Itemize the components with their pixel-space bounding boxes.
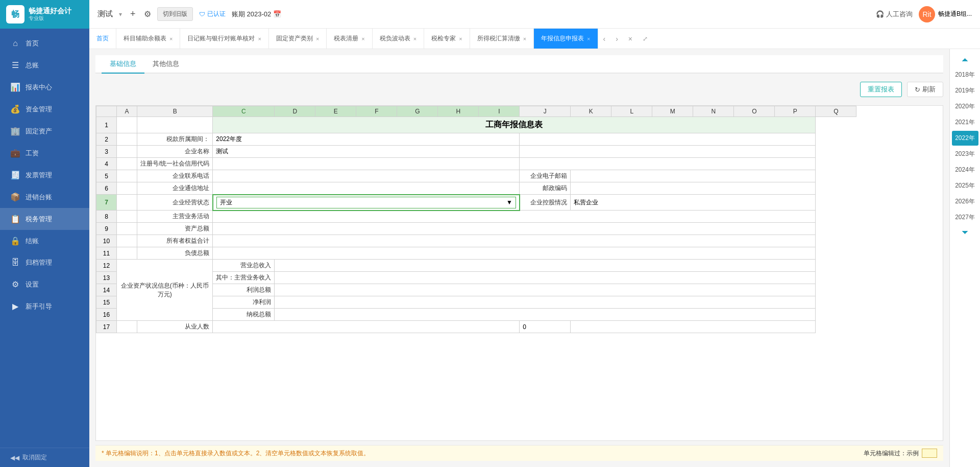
cell-d12-value[interactable] [275,260,816,272]
year-item-2026[interactable]: 2026年 [952,194,978,209]
tab-close-all-btn[interactable]: × [623,35,638,43]
tab-income-close[interactable]: × [523,36,526,42]
year-item-2020[interactable]: 2020年 [952,99,978,114]
cell-j7-label[interactable]: 企业控股情况 [520,195,571,211]
cell-b5-label[interactable]: 企业联系电话 [137,170,213,182]
col-header-g[interactable]: G [397,106,438,117]
col-header-d[interactable]: D [275,106,315,117]
cell-b8-label[interactable]: 主营业务活动 [137,211,213,223]
cell-b7-label[interactable]: 企业经营状态 [137,195,213,211]
customer-service-btn[interactable]: 🎧 人工咨询 [876,10,913,19]
cell-c5-value[interactable] [213,170,520,182]
tab-annualreport[interactable]: 年报信息申报表 × [534,29,598,49]
cell-c9-value[interactable] [213,223,816,235]
tab-expand-btn[interactable]: ⤢ [638,35,653,42]
refresh-button[interactable]: ↻ 刷新 [907,82,943,97]
tab-taxcheck-close[interactable]: × [459,36,462,42]
sidebar-item-cash[interactable]: 💰 资金管理 [0,98,89,120]
year-item-2023[interactable]: 2023年 [952,147,978,161]
cell-j6-label[interactable]: 邮政编码 [520,182,571,195]
tab-next-btn[interactable]: › [610,35,623,43]
tab-taxcheck[interactable]: 税检专家 × [424,29,470,49]
cell-a1[interactable] [117,117,137,133]
cell-c3-value[interactable]: 测试 [213,146,520,158]
year-item-2022[interactable]: 2022年 [952,131,978,146]
tab-assets-close[interactable]: × [316,36,319,42]
cell-j4[interactable] [520,158,816,170]
cell-c15-label[interactable]: 净利润 [213,296,275,309]
app-chevron-icon[interactable]: ▾ [119,11,122,18]
year-nav-up-btn[interactable]: ⏶ [959,53,971,66]
spreadsheet-container[interactable]: A B C D E F G H I J K L M [95,105,943,441]
cell-k17[interactable] [571,321,816,333]
cell-d13-value[interactable] [275,272,816,284]
sidebar-item-newbie[interactable]: ▶ 新手引导 [0,295,89,317]
col-header-h[interactable]: H [438,106,479,117]
cell-b1[interactable] [137,117,213,133]
old-version-button[interactable]: 切到旧版 [157,7,193,21]
year-item-2024[interactable]: 2024年 [952,162,978,177]
reset-report-button[interactable]: 重置报表 [860,82,902,97]
cell-b6-label[interactable]: 企业通信地址 [137,182,213,195]
cell-j3[interactable] [520,146,816,158]
cell-j5-label[interactable]: 企业电子邮箱 [520,170,571,182]
cell-a9[interactable] [117,223,137,235]
sidebar-item-settings[interactable]: ⚙ 设置 [0,273,89,295]
cell-a8[interactable] [117,211,137,223]
user-menu[interactable]: Rit 畅捷通B组... [919,6,972,22]
sidebar-collapse-btn[interactable]: ◀◀ 取消固定 [0,448,89,467]
cell-a3[interactable] [117,146,137,158]
cell-c2-value[interactable]: 2022年度 [213,133,520,146]
cell-c4-value[interactable] [213,158,520,170]
cell-a17[interactable] [117,321,137,333]
year-item-2021[interactable]: 2021年 [952,115,978,130]
year-item-2019[interactable]: 2019年 [952,83,978,98]
cell-a7[interactable] [117,195,137,211]
calendar-icon[interactable]: 📅 [273,10,281,18]
cell-b10-label[interactable]: 所有者权益合计 [137,235,213,247]
col-header-e[interactable]: E [315,106,356,117]
cell-d16-value[interactable] [275,309,816,321]
cell-c11-value[interactable] [213,247,816,260]
sidebar-item-closing[interactable]: 🔒 结账 [0,230,89,252]
cell-k7-value[interactable]: 私营企业 [571,195,816,211]
cell-c6-value[interactable] [213,182,520,195]
tab-taxfluc[interactable]: 税负波动表 × [373,29,424,49]
sidebar-item-invoice[interactable]: 🧾 发票管理 [0,164,89,186]
cell-k5-value[interactable] [571,170,816,182]
cell-j17[interactable]: 0 [520,321,571,333]
year-item-2018[interactable]: 2018年 [952,67,978,82]
sidebar-item-inventory[interactable]: 📦 进销台账 [0,186,89,208]
year-nav-down-btn[interactable]: ⏷ [959,226,971,239]
tab-taxform[interactable]: 税表清册 × [327,29,372,49]
cell-b9-label[interactable]: 资产总额 [137,223,213,235]
sidebar-item-archive[interactable]: 🗄 归档管理 [0,252,89,273]
tab-assets[interactable]: 固定资产类别 × [269,29,327,49]
cell-a6[interactable] [117,182,137,195]
cell-b11-label[interactable]: 负债总额 [137,247,213,260]
cell-a11[interactable] [117,247,137,260]
tab-journal-close[interactable]: × [258,36,261,42]
sidebar-item-report[interactable]: 📊 报表中心 [0,76,89,98]
cell-title[interactable]: 工商年报信息表 [213,117,816,133]
tab-taxfluc-close[interactable]: × [413,36,416,42]
cell-c8-value[interactable] [213,211,816,223]
tab-journal[interactable]: 日记账与银行对账单核对 × [180,29,268,49]
sidebar-item-salary[interactable]: 💼 工资 [0,142,89,164]
cell-b3-label[interactable]: 企业名称 [137,146,213,158]
cell-c17-value[interactable] [213,321,520,333]
dropdown-arrow-icon[interactable]: ▼ [506,199,512,206]
cell-j2[interactable] [520,133,816,146]
year-item-2025[interactable]: 2025年 [952,178,978,193]
sidebar-item-home[interactable]: ⌂ 首页 [0,33,89,54]
sidebar-item-ledger[interactable]: ☰ 总账 [0,54,89,76]
tab-home[interactable]: 首页 [89,29,116,49]
cell-c13-label[interactable]: 其中：主营业务收入 [213,272,275,284]
cell-d15-value[interactable] [275,296,816,309]
tab-aux[interactable]: 科目辅助余额表 × [116,29,180,49]
cell-c12-label[interactable]: 营业总收入 [213,260,275,272]
cell-d14-value[interactable] [275,284,816,296]
settings-icon[interactable]: ⚙ [144,9,151,19]
col-header-c[interactable]: C [213,106,275,117]
cell-b2-label[interactable]: 税款所属期间： [137,133,213,146]
